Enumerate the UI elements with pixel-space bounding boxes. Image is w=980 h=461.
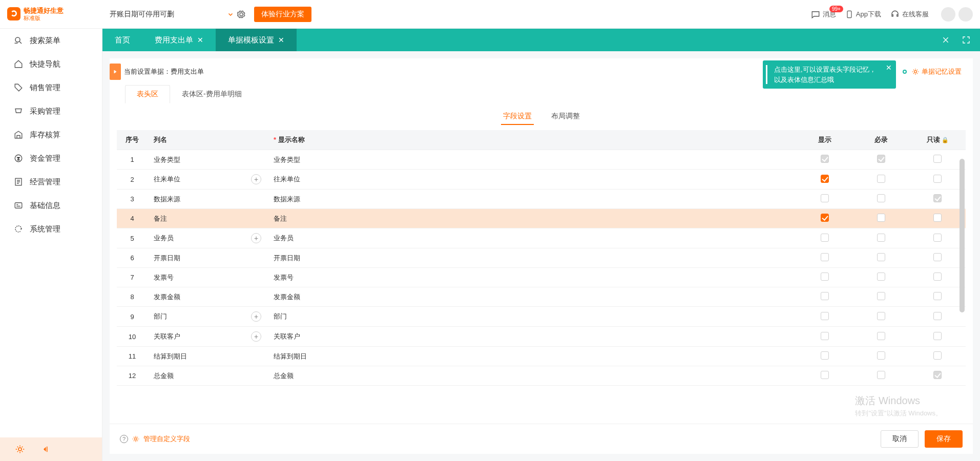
add-icon[interactable]: + [251, 311, 261, 322]
checkbox[interactable] [877, 175, 885, 183]
table-row[interactable]: 6开票日期开票日期 [117, 248, 966, 268]
cell-display[interactable]: 结算到期日 [267, 347, 797, 366]
cell-display[interactable]: 关联客户 [267, 327, 797, 347]
checkbox[interactable] [877, 194, 885, 202]
close-all-tabs-button[interactable] [938, 32, 953, 48]
cell-display[interactable]: 总金额 [267, 366, 797, 386]
cell-display[interactable]: 备注 [267, 209, 797, 228]
table-row[interactable]: 5业务员+业务员 [117, 228, 966, 248]
table-row[interactable]: 11结算到期日结算到期日 [117, 347, 966, 366]
fullscreen-button[interactable] [958, 32, 974, 48]
checkbox[interactable] [933, 214, 942, 222]
checkbox[interactable] [933, 312, 942, 320]
scrollbar[interactable] [960, 159, 965, 312]
add-icon[interactable]: + [251, 331, 261, 342]
checkbox[interactable] [821, 351, 829, 360]
table-row[interactable]: 10关联客户+关联客户 [117, 327, 966, 347]
checkbox[interactable] [821, 214, 829, 222]
avatars[interactable] [941, 7, 973, 22]
area-tab-body[interactable]: 表体区-费用单明细 [170, 85, 254, 103]
sidebar-item-3[interactable]: 采购管理 [0, 99, 102, 123]
checkbox[interactable] [933, 253, 942, 261]
help-icon[interactable]: ? [120, 435, 128, 443]
table-row[interactable]: 3数据来源数据来源 [117, 190, 966, 209]
cell-display[interactable]: 发票金额 [267, 287, 797, 307]
checkbox[interactable] [933, 273, 942, 281]
checkbox[interactable] [877, 371, 885, 379]
customer-service-button[interactable]: 在线客服 [890, 10, 929, 19]
tab-1[interactable]: 费用支出单✕ [142, 29, 216, 51]
logo[interactable]: 畅捷通好生意 标准版 [7, 7, 102, 20]
checkbox[interactable] [877, 312, 885, 320]
checkbox[interactable] [933, 234, 942, 242]
settings-button[interactable] [234, 7, 249, 22]
cell-display[interactable]: 往来单位 [267, 170, 797, 190]
sidebar-item-4[interactable]: 库存核算 [0, 123, 102, 146]
checkbox[interactable] [821, 371, 829, 379]
checkbox[interactable] [821, 194, 829, 202]
collapse-icon[interactable] [40, 445, 50, 454]
cell-display[interactable]: 发票号 [267, 268, 797, 287]
table-row[interactable]: 8发票金额发票金额 [117, 287, 966, 307]
cell-display[interactable]: 业务员 [267, 228, 797, 248]
checkbox[interactable] [877, 332, 885, 340]
checkbox[interactable] [877, 253, 885, 261]
messages-button[interactable]: 消息 99+ [811, 10, 836, 19]
expand-handle[interactable] [110, 64, 121, 80]
gear-icon[interactable] [15, 445, 25, 454]
sidebar-item-5[interactable]: 资金管理 [0, 146, 102, 170]
checkbox[interactable] [933, 292, 942, 300]
checkbox[interactable] [821, 292, 829, 300]
checkbox[interactable] [933, 332, 942, 340]
checkbox[interactable] [821, 312, 829, 320]
table-row[interactable]: 2往来单位+往来单位 [117, 170, 966, 190]
tab-2[interactable]: 单据模板设置✕ [216, 29, 297, 51]
add-icon[interactable]: + [251, 233, 261, 243]
app-download-button[interactable]: App下载 [845, 10, 881, 19]
sidebar-item-6[interactable]: 经营管理 [0, 170, 102, 194]
avatar[interactable] [941, 7, 955, 22]
checkbox[interactable] [933, 351, 942, 360]
avatar[interactable] [958, 7, 973, 22]
checkbox[interactable] [877, 214, 885, 222]
manage-custom-fields-link[interactable]: 管理自定义字段 [143, 434, 190, 444]
checkbox[interactable] [877, 292, 885, 300]
checkbox[interactable] [877, 234, 885, 242]
cell-display[interactable]: 开票日期 [267, 248, 797, 268]
tab-close-icon[interactable]: ✕ [197, 36, 203, 44]
checkbox[interactable] [933, 175, 942, 183]
save-button[interactable]: 保存 [925, 430, 963, 448]
add-icon[interactable]: + [251, 174, 261, 184]
table-row[interactable]: 12总金额总金额 [117, 366, 966, 386]
tab-0[interactable]: 首页 [102, 29, 142, 51]
sidebar-item-8[interactable]: 系统管理 [0, 217, 102, 241]
sidebar-item-1[interactable]: 快捷导航 [0, 52, 102, 76]
checkbox[interactable] [821, 253, 829, 261]
checkbox[interactable] [821, 273, 829, 281]
industry-plan-button[interactable]: 体验行业方案 [254, 7, 311, 22]
checkbox[interactable] [877, 351, 885, 360]
area-tab-header[interactable]: 表头区 [125, 85, 170, 103]
account-selector[interactable]: 开账日期可停用可删 [110, 10, 234, 19]
sub-tab-fields[interactable]: 字段设置 [501, 109, 534, 125]
memory-settings-link[interactable]: 单据记忆设置 [912, 67, 962, 76]
cell-display[interactable]: 业务类型 [267, 150, 797, 170]
tab-close-icon[interactable]: ✕ [278, 36, 284, 44]
tooltip-close-icon[interactable]: ✕ [886, 62, 892, 73]
checkbox[interactable] [933, 155, 942, 163]
checkbox[interactable] [821, 332, 829, 340]
sidebar-item-2[interactable]: 销售管理 [0, 76, 102, 99]
sidebar-item-7[interactable]: 基础信息 [0, 194, 102, 217]
table-row[interactable]: 4备注备注 [117, 209, 966, 228]
cell-display[interactable]: 数据来源 [267, 190, 797, 209]
checkbox[interactable] [821, 175, 829, 183]
cancel-button[interactable]: 取消 [881, 430, 919, 448]
table-row[interactable]: 9部门+部门 [117, 307, 966, 327]
table-row[interactable]: 7发票号发票号 [117, 268, 966, 287]
table-row[interactable]: 1业务类型业务类型 [117, 150, 966, 170]
checkbox[interactable] [877, 273, 885, 281]
sub-tab-layout[interactable]: 布局调整 [549, 109, 582, 125]
checkbox[interactable] [821, 234, 829, 242]
cell-display[interactable]: 部门 [267, 307, 797, 327]
sidebar-item-0[interactable]: 搜索菜单 [0, 29, 102, 52]
